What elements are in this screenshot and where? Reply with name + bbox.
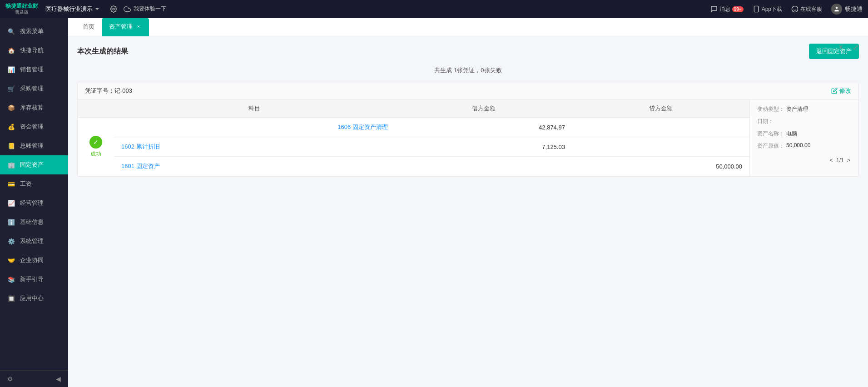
- sidebar-item-enterprise[interactable]: 🤝 企业协同: [0, 251, 68, 270]
- finance-icon: 💰: [7, 123, 15, 131]
- system-icon: ⚙️: [7, 237, 15, 245]
- username: 畅捷通: [845, 5, 863, 13]
- pagination-prev[interactable]: <: [830, 157, 833, 164]
- sidebar-item-fixed-assets[interactable]: 🏢 固定资产: [0, 155, 68, 174]
- headset-icon: [791, 5, 799, 13]
- credit-1602: [572, 137, 749, 157]
- messages-label: 消息: [719, 5, 730, 13]
- close-panel-btn[interactable]: ×: [835, 42, 846, 53]
- voucher-no: 凭证字号：记-003: [85, 87, 132, 95]
- top-header: 畅捷通好业财 普及版 医疗器械行业演示 我要体验一下 消息 99+ App下载 …: [0, 0, 868, 18]
- footer-settings-icon[interactable]: ⚙: [7, 375, 13, 382]
- sidebar-item-sales[interactable]: 📊 销售管理: [0, 60, 68, 79]
- page-title: 本次生成的结果: [77, 47, 128, 56]
- company-selector[interactable]: 医疗器械行业演示: [42, 3, 104, 15]
- panel-controls: × ⤢: [835, 42, 861, 53]
- enterprise-icon: 🤝: [7, 256, 15, 264]
- messages-btn[interactable]: 消息 99+: [710, 5, 744, 13]
- sidebar-label-guide: 新手引导: [20, 275, 44, 283]
- tab-home-label: 首页: [83, 23, 94, 31]
- sidebar-item-quick-nav[interactable]: 🏠 快捷导航: [0, 41, 68, 60]
- original-value-label: 资产原值：: [757, 142, 784, 150]
- edit-voucher-btn[interactable]: 修改: [831, 87, 851, 95]
- footer-collapse-icon[interactable]: ◀: [56, 375, 61, 382]
- pagination-next[interactable]: >: [847, 157, 850, 164]
- debit-1601: [395, 157, 572, 176]
- debit-1606: 42,874.97: [395, 118, 572, 137]
- sidebar-item-search[interactable]: 🔍 搜索菜单: [0, 22, 68, 41]
- success-label: 成功: [90, 150, 101, 158]
- inventory-icon: 📦: [7, 104, 15, 112]
- user-icon: [833, 6, 840, 12]
- debit-1602: 7,125.03: [395, 137, 572, 157]
- tab-bar: 首页 资产管理 ×: [68, 18, 868, 36]
- sidebar-item-system[interactable]: ⚙️ 系统管理: [0, 232, 68, 251]
- guide-icon: 📚: [7, 275, 15, 283]
- home-icon: 🏠: [7, 46, 15, 55]
- ledger-icon: 📒: [7, 142, 15, 150]
- credit-1601: 50,000.00: [572, 157, 749, 176]
- sidebar-item-basic-info[interactable]: ℹ️ 基础信息: [0, 213, 68, 232]
- voucher-side-info: 变动类型： 资产清理 日期： 资产名称： 电脑 资产原值：: [749, 100, 858, 176]
- success-icon: ✓: [89, 136, 102, 149]
- search-icon: 🔍: [7, 27, 15, 35]
- side-pagination: < 1/1 >: [757, 157, 851, 164]
- status-cell: ✓ 成功: [78, 118, 114, 176]
- purchase-icon: 🛒: [7, 84, 15, 93]
- tab-close-icon[interactable]: ×: [135, 24, 142, 30]
- side-info-date: 日期：: [757, 118, 851, 125]
- app-download-btn[interactable]: App下载: [753, 5, 782, 13]
- sidebar-item-ledger[interactable]: 📒 总账管理: [0, 136, 68, 155]
- sidebar-item-guide[interactable]: 📚 新手引导: [0, 270, 68, 289]
- account-1602[interactable]: 1602 累计折旧: [114, 137, 395, 157]
- account-link-1602[interactable]: 1602 累计折旧: [121, 143, 160, 150]
- sidebar-item-inventory[interactable]: 📦 库存核算: [0, 98, 68, 117]
- side-info-original-value: 资产原值： 50,000.00: [757, 142, 851, 150]
- tab-asset-management[interactable]: 资产管理 ×: [102, 18, 149, 36]
- user-area[interactable]: 畅捷通: [831, 4, 863, 15]
- main-layout: 🔍 搜索菜单 🏠 快捷导航 📊 销售管理 🛒 采购管理 📦 库存核算 💰: [0, 18, 868, 387]
- sidebar-label-basic-info: 基础信息: [20, 218, 44, 226]
- sidebar-label-quick-nav: 快捷导航: [20, 46, 44, 55]
- sidebar-label-system: 系统管理: [20, 237, 44, 245]
- account-1601[interactable]: 1601 固定资产: [114, 157, 395, 176]
- operations-icon: 📈: [7, 199, 15, 207]
- pagination-info: 1/1: [836, 157, 845, 164]
- gear-svg: [110, 5, 117, 13]
- online-service-btn[interactable]: 在线客服: [791, 5, 822, 13]
- svg-point-0: [113, 8, 114, 10]
- th-status: [78, 100, 114, 118]
- try-label: 我要体验一下: [134, 5, 166, 13]
- table-row: ✓ 成功 1606 固定资产清理 42,874.97: [78, 118, 749, 137]
- payroll-icon: 💳: [7, 180, 15, 188]
- download-icon: [753, 5, 760, 13]
- sidebar-label-inventory: 库存核算: [20, 104, 44, 112]
- header-right: 消息 99+ App下载 在线客服 畅捷通: [710, 4, 863, 15]
- asset-name-value: 电脑: [786, 130, 797, 138]
- tab-home[interactable]: 首页: [75, 18, 102, 36]
- original-value-value: 50,000.00: [786, 142, 810, 149]
- voucher-body: 科目 借方金额 贷方金额 ✓: [78, 100, 858, 176]
- svg-point-3: [792, 6, 798, 12]
- sidebar-item-payroll[interactable]: 💳 工资: [0, 174, 68, 194]
- expand-panel-btn[interactable]: ⤢: [850, 42, 861, 53]
- sidebar-label-enterprise: 企业协同: [20, 256, 44, 264]
- online-service-label: 在线客服: [800, 5, 822, 13]
- sidebar: 🔍 搜索菜单 🏠 快捷导航 📊 销售管理 🛒 采购管理 📦 库存核算 💰: [0, 18, 68, 387]
- account-link-1601[interactable]: 1601 固定资产: [121, 163, 160, 169]
- settings-icon-top[interactable]: [107, 3, 120, 15]
- app-center-icon: 🔲: [7, 294, 15, 303]
- table-header-row: 科目 借方金额 贷方金额: [78, 100, 749, 118]
- sales-icon: 📊: [7, 65, 15, 74]
- sidebar-item-finance[interactable]: 💰 资金管理: [0, 117, 68, 136]
- account-link-1606[interactable]: 1606 固定资产清理: [337, 124, 388, 130]
- tab-asset-management-label: 资产管理: [109, 23, 133, 31]
- try-experience-btn[interactable]: 我要体验一下: [124, 5, 166, 13]
- sidebar-item-app-center[interactable]: 🔲 应用中心: [0, 289, 68, 308]
- logo-title: 畅捷通好业财: [5, 3, 38, 9]
- date-label: 日期：: [757, 118, 783, 125]
- sidebar-label-fixed-assets: 固定资产: [20, 161, 44, 169]
- sidebar-item-operations[interactable]: 📈 经营管理: [0, 194, 68, 213]
- account-1606[interactable]: 1606 固定资产清理: [114, 118, 395, 137]
- sidebar-item-purchase[interactable]: 🛒 采购管理: [0, 79, 68, 98]
